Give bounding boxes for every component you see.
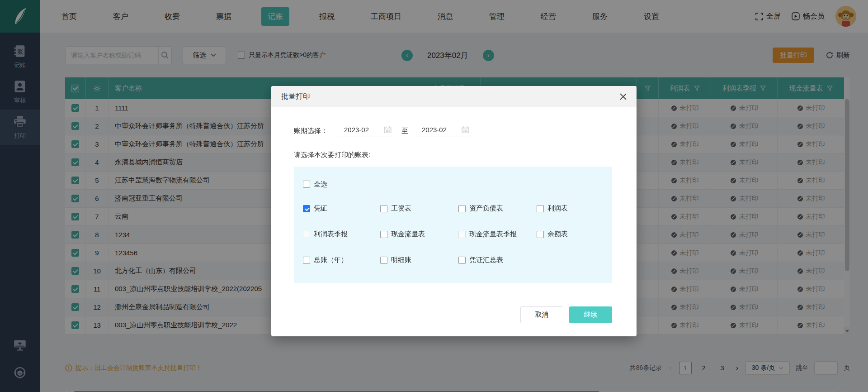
- report-option[interactable]: 利润表: [537, 204, 603, 213]
- report-option-label: 工资表: [391, 204, 411, 213]
- report-option-checkbox: [537, 231, 544, 238]
- period-select-label: 账期选择：: [294, 127, 328, 135]
- report-option-checkbox: [537, 205, 544, 212]
- period-row: 账期选择： 2023-02 至 2023-02: [294, 107, 612, 137]
- report-option[interactable]: 余额表: [537, 230, 603, 239]
- cancel-button[interactable]: 取消: [520, 306, 563, 323]
- report-option[interactable]: 凭证: [303, 204, 380, 213]
- period-from-input[interactable]: 2023-02: [338, 124, 393, 137]
- calendar-icon: [462, 126, 469, 134]
- close-icon[interactable]: [620, 93, 627, 100]
- batch-print-modal: 批量打印 账期选择： 2023-02 至 2023-02 请选择本次要打印的账表…: [271, 86, 637, 336]
- options-row-3: 总账（年） 明细账 凭证汇总表: [303, 247, 603, 273]
- modal-body: 账期选择： 2023-02 至 2023-02 请选择本次要打印的账表: 全选 …: [271, 107, 637, 336]
- report-option[interactable]: 凭证汇总表: [458, 256, 537, 264]
- report-option-label: 现金流量表季报: [469, 230, 517, 239]
- report-option-label: 资产负债表: [469, 204, 503, 213]
- report-option-label: 凭证汇总表: [469, 256, 503, 264]
- period-from-value: 2023-02: [344, 126, 369, 134]
- report-option-checkbox: [380, 205, 387, 212]
- report-option[interactable]: 明细账: [380, 256, 458, 264]
- select-all-label: 全选: [314, 180, 327, 189]
- report-option-label: 利润表季报: [314, 230, 348, 239]
- report-options-panel: 全选 凭证 工资表 资产负债表 利润表 利润表季报 现金流量表 现金流量表季报 …: [294, 167, 612, 283]
- to-label: 至: [401, 127, 408, 135]
- report-option[interactable]: 利润表季报: [303, 230, 380, 239]
- report-option-label: 总账（年）: [314, 256, 348, 264]
- report-option[interactable]: 现金流量表: [380, 230, 458, 239]
- report-select-label: 请选择本次要打印的账表:: [294, 151, 612, 159]
- report-option-label: 利润表: [547, 204, 568, 213]
- report-option-label: 现金流量表: [391, 230, 425, 239]
- report-option-checkbox: [458, 205, 466, 212]
- modal-title: 批量打印: [281, 92, 310, 101]
- report-option[interactable]: 工资表: [380, 204, 458, 213]
- report-option-checkbox: [458, 231, 466, 238]
- report-option-checkbox: [380, 257, 387, 264]
- checkbox-unchecked: [303, 181, 310, 188]
- report-option-checkbox: [303, 205, 310, 212]
- select-all-option[interactable]: 全选: [303, 180, 603, 189]
- report-option-checkbox: [380, 231, 387, 238]
- continue-button[interactable]: 继续: [569, 306, 612, 323]
- report-option[interactable]: 总账（年）: [303, 256, 380, 264]
- report-option[interactable]: 资产负债表: [458, 204, 537, 213]
- options-row-1: 凭证 工资表 资产负债表 利润表: [303, 196, 603, 221]
- period-to-input[interactable]: 2023-02: [415, 124, 471, 137]
- report-option-checkbox: [303, 231, 310, 238]
- report-option[interactable]: 现金流量表季报: [458, 230, 537, 239]
- modal-footer: 取消 继续: [520, 306, 612, 323]
- report-option-checkbox: [458, 257, 466, 264]
- report-option-label: 余额表: [547, 230, 568, 239]
- calendar-icon: [384, 126, 392, 134]
- options-row-2: 利润表季报 现金流量表 现金流量表季报 余额表: [303, 221, 603, 247]
- period-to-value: 2023-02: [422, 126, 447, 134]
- report-option-checkbox: [303, 257, 310, 264]
- modal-header: 批量打印: [271, 86, 637, 107]
- report-option-label: 凭证: [314, 204, 327, 213]
- report-option-label: 明细账: [391, 256, 411, 264]
